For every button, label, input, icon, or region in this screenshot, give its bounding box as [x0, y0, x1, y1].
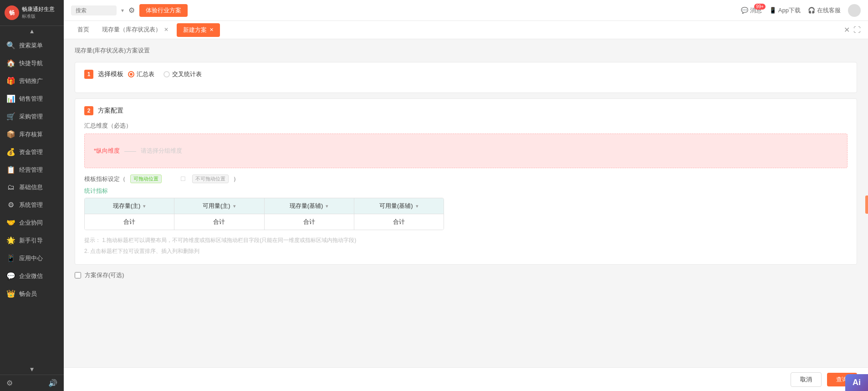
sidebar: 畅 畅康通好生意 标准版 ▲ 🔍 搜索菜单 🏠 快捷导航 🎁 营销推广 📊 销售… [0, 0, 64, 391]
hint-1: 提示： 1.拖动标题栏可以调整布局，不可跨维度或指标区域拖动栏目字段(只能在同一… [84, 236, 848, 246]
quick-nav-icon: 🏠 [6, 59, 15, 67]
template-radio-group: 汇总表 交叉统计表 [128, 70, 202, 78]
tab-new-scheme[interactable]: 新建方案 ✕ [177, 23, 220, 37]
sidebar-item-quick-nav[interactable]: 🏠 快捷导航 [0, 54, 64, 72]
dimension-box[interactable]: *纵向维度 —— 请选择分组维度 [84, 134, 848, 168]
sidebar-item-label: 快捷导航 [19, 59, 43, 67]
new-guide-icon: 🌟 [6, 236, 15, 245]
sidebar-item-member[interactable]: 👑 畅会员 [0, 285, 64, 303]
sidebar-item-enterprise[interactable]: 🤝 企业协同 [0, 214, 64, 232]
search-input[interactable] [71, 5, 117, 15]
inventory-icon: 📦 [6, 130, 15, 139]
sidebar-item-label: 系统管理 [19, 201, 43, 209]
tab-home[interactable]: 首页 [71, 22, 96, 38]
radio-cross-dot [163, 71, 170, 77]
sidebar-item-label: 库存核算 [19, 130, 43, 139]
non-draggable-badge: 不可拖动位置 [192, 175, 229, 183]
user-avatar[interactable] [848, 4, 861, 17]
online-service-btn[interactable]: 🎧 在线客服 [808, 6, 841, 15]
settings-bottom-btn[interactable]: ⚙ [6, 379, 13, 387]
sidebar-scroll-down[interactable]: ▼ [0, 364, 64, 375]
sidebar-item-label: 营销推广 [19, 77, 43, 85]
right-edge-handle[interactable] [865, 196, 868, 214]
dimension-field-label: *纵向维度 [94, 147, 120, 155]
sidebar-item-label: 搜索菜单 [19, 41, 43, 50]
sidebar-item-operations[interactable]: 📋 经营管理 [0, 161, 64, 179]
sidebar-item-label: 经营管理 [19, 166, 43, 174]
app-center-icon: 📱 [6, 254, 15, 262]
tab-new-label: 新建方案 [183, 26, 207, 34]
chevron-down-icon-1[interactable]: ▾ [233, 203, 236, 209]
audio-btn[interactable]: 🔊 [48, 379, 57, 387]
sidebar-item-system[interactable]: ⚙ 系统管理 [0, 196, 64, 214]
app-download-btn[interactable]: 📱 App下载 [769, 6, 801, 15]
stats-cell-3: 合计 [354, 214, 444, 230]
stats-col-1[interactable]: 可用量(主) ▾ [174, 198, 264, 214]
sidebar-app-info: 畅康通好生意 标准版 [22, 6, 55, 20]
radio-summary[interactable]: 汇总表 [128, 70, 154, 78]
sidebar-item-label: 资金管理 [19, 148, 43, 156]
stats-col-0[interactable]: 现存量(主) ▾ [85, 198, 174, 214]
sidebar-item-purchase[interactable]: 🛒 采购管理 [0, 108, 64, 125]
stats-table-row: 合计 合计 合计 合计 [85, 214, 444, 230]
enterprise-wechat-icon: 💬 [6, 272, 15, 280]
step2-title: 方案配置 [98, 107, 123, 115]
save-label: 方案保存(可选) [85, 271, 124, 279]
stats-col-3[interactable]: 可用量(基辅) ▾ [354, 198, 444, 214]
chevron-down-icon-3[interactable]: ▾ [416, 203, 419, 209]
sidebar-item-label: 畅会员 [19, 290, 37, 298]
mobile-icon: 📱 [769, 7, 776, 14]
cancel-button[interactable]: 取消 [791, 372, 822, 387]
indicator-settings-label: 模板指标设定（ [84, 175, 126, 183]
trial-btn[interactable]: 体验行业方案 [139, 4, 188, 17]
tab-inventory-status[interactable]: 现存量（库存状况表） ✕ [96, 22, 175, 38]
sidebar-item-marketing[interactable]: 🎁 营销推广 [0, 72, 64, 90]
sidebar-item-label: 企业微信 [19, 272, 43, 280]
sidebar-item-new-guide[interactable]: 🌟 新手引导 [0, 232, 64, 249]
topbar: ▾ ⚙ 体验行业方案 💬 消息 99+ 📱 App下载 🎧 在线客服 [64, 0, 868, 21]
footer: 取消 查询 [64, 367, 868, 391]
radio-summary-dot [128, 71, 134, 77]
sidebar-item-search-menu[interactable]: 🔍 搜索菜单 [0, 36, 64, 54]
sidebar-nav: 🔍 搜索菜单 🏠 快捷导航 🎁 营销推广 📊 销售管理 🛒 采购管理 📦 库存核… [0, 36, 64, 364]
tab-new-close[interactable]: ✕ [209, 27, 214, 33]
step2-header: 2 方案配置 [84, 106, 848, 115]
indicator-close-paren: ） [233, 175, 239, 183]
sidebar-item-inventory[interactable]: 📦 库存核算 [0, 125, 64, 143]
sidebar-bottom: ⚙ 🔊 [0, 375, 64, 391]
stats-section: 统计指标 现存量(主) ▾ 可用量(主) ▾ [84, 187, 848, 230]
sidebar-item-basic-info[interactable]: 🗂 基础信息 [0, 179, 64, 196]
step1-card: 1 选择模板 汇总表 交叉统计表 [75, 62, 857, 93]
ai-badge[interactable]: Ai [845, 374, 868, 391]
app-version: 标准版 [22, 13, 55, 20]
sidebar-item-app-center[interactable]: 📱 应用中心 [0, 249, 64, 267]
sidebar-item-label: 采购管理 [19, 113, 43, 121]
enterprise-icon: 🤝 [6, 218, 15, 227]
stats-table: 现存量(主) ▾ 可用量(主) ▾ 现存量(基辅) ▾ [84, 198, 444, 230]
sidebar-item-enterprise-wechat[interactable]: 💬 企业微信 [0, 267, 64, 285]
stats-col-2[interactable]: 现存量(基辅) ▾ [265, 198, 354, 214]
topbar-gear-btn[interactable]: ⚙ [128, 6, 135, 15]
stats-table-header: 现存量(主) ▾ 可用量(主) ▾ 现存量(基辅) ▾ [85, 198, 444, 214]
topbar-dropdown-btn[interactable]: ▾ [121, 7, 124, 14]
hint-2: 2. 点击标题栏下拉可设置排序、插入列和删除列 [84, 247, 848, 257]
sidebar-scroll-up[interactable]: ▲ [0, 26, 64, 36]
save-checkbox[interactable] [75, 272, 81, 278]
dimension-content: *纵向维度 —— 请选择分组维度 [94, 147, 838, 155]
stats-col-label-0: 现存量(主) [113, 202, 141, 210]
stats-title: 统计指标 [84, 187, 848, 195]
sidebar-item-finance[interactable]: 💰 资金管理 [0, 143, 64, 161]
basic-info-icon: 🗂 [6, 183, 15, 191]
tab-expand-btn[interactable]: ⛶ [853, 26, 861, 34]
radio-cross[interactable]: 交叉统计表 [163, 70, 202, 78]
tab-close-panel-btn[interactable]: ✕ [844, 26, 850, 34]
chevron-down-icon-0[interactable]: ▾ [143, 203, 146, 209]
step2-number: 2 [84, 106, 93, 115]
sidebar-item-sales[interactable]: 📊 销售管理 [0, 90, 64, 108]
tab-inventory-close[interactable]: ✕ [164, 26, 168, 33]
operations-icon: 📋 [6, 165, 15, 174]
chevron-down-icon-2[interactable]: ▾ [326, 203, 328, 209]
draggable-badge: 可拖动位置 [130, 175, 162, 183]
dimension-section-label: 汇总维度（必选） [84, 122, 848, 130]
msg-btn[interactable]: 💬 消息 99+ [741, 6, 762, 15]
